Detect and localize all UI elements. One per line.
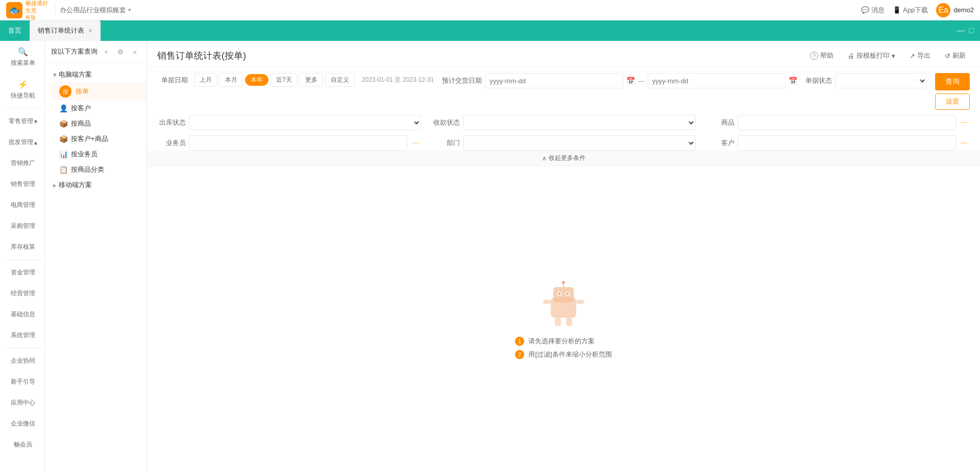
calendar-from-icon[interactable]: 📅 — [626, 77, 635, 85]
staff-more-dots[interactable]: ··· — [410, 138, 421, 148]
payment-status-wrapper: ▾ — [463, 115, 695, 130]
tab-bar-actions: — □ — [957, 26, 980, 35]
customer-label: 客户 — [706, 138, 734, 148]
left-panel-body: ▾ 电脑端方案 按 按单 👤 按客户 — [45, 63, 146, 472]
tab-order-stat[interactable]: 销售订单统计表 × — [30, 20, 101, 41]
collapse-bar[interactable]: ∧ 收起更多条件 — [147, 151, 980, 166]
date-btn-custom[interactable]: 自定义 — [325, 73, 355, 87]
app-download-button[interactable]: 📱 App下载 — [893, 6, 928, 15]
customer-item: 客户 ··· — [706, 135, 970, 151]
svg-rect-8 — [543, 300, 551, 304]
sidebar-item-quick-nav[interactable]: ⚡ 快捷导航 — [0, 74, 44, 106]
sidebar-item-basic[interactable]: 基础信息 — [0, 304, 44, 325]
left-panel-collapse-button[interactable]: « — [129, 46, 140, 57]
doc-status-label: 单据状态 — [805, 76, 832, 85]
tree-item-by-cust-prod[interactable]: 📦 按客户+商品 — [51, 131, 146, 147]
title-dropdown-arrow[interactable]: ▾ — [128, 7, 131, 13]
tree-group-pc-header[interactable]: ▾ 电脑端方案 — [45, 67, 146, 82]
sidebar-item-ecom[interactable]: 电商管理 — [0, 195, 44, 216]
payment-status-select[interactable] — [463, 115, 695, 130]
left-panel-settings-button[interactable]: ⚙ — [115, 46, 126, 57]
tab-close-icon[interactable]: × — [88, 27, 92, 34]
tree-group-pc-arrow: ▾ — [53, 71, 57, 79]
date-btn-this-month[interactable]: 本月 — [219, 73, 243, 87]
calendar-to-icon[interactable]: 📅 — [789, 77, 797, 85]
date-btn-prev-month[interactable]: 上月 — [194, 73, 217, 87]
logo-area: 🐟 畅捷通好生意 标版 — [6, 0, 51, 20]
date-btn-last-7[interactable]: 近7天 — [271, 73, 298, 87]
quick-nav-icon: ⚡ — [18, 80, 28, 89]
user-area[interactable]: Ea demo2 — [936, 3, 974, 17]
tree-item-by-category[interactable]: 📋 按商品分类 — [51, 162, 146, 177]
expected-date-from-input[interactable] — [485, 73, 623, 88]
empty-hint: 1 请先选择要分析的方案 2 用[过滤]条件来缩小分析范围 — [515, 337, 611, 359]
sidebar-item-stock[interactable]: 库存核算 — [0, 237, 44, 257]
tree-item-by-staff[interactable]: 📊 按业务员 — [51, 147, 146, 162]
refresh-button[interactable]: ↺ 刷新 — [941, 49, 970, 62]
left-panel-header: 按以下方案查询 + ⚙ « — [45, 41, 146, 63]
dept-item: 部门 ▾ — [431, 135, 695, 151]
customer-icon: 👤 — [59, 104, 68, 112]
expected-date-to-input[interactable] — [648, 73, 786, 88]
query-button[interactable]: 查询 — [935, 73, 970, 90]
date-btn-more[interactable]: 更多 — [300, 73, 323, 87]
product-item: 商品 ··· — [706, 115, 970, 130]
sidebar-item-finance[interactable]: 资金管理 — [0, 262, 44, 283]
customer-more-dots[interactable]: ··· — [959, 138, 970, 148]
sidebar-item-search[interactable]: 🔍 搜索菜单 — [0, 41, 44, 74]
tree-group-pc: ▾ 电脑端方案 按 按单 👤 按客户 — [45, 67, 146, 177]
help-button[interactable]: ? 帮助 — [806, 49, 838, 62]
svg-rect-11 — [566, 318, 572, 326]
sidebar-item-marketing[interactable]: 营销推广 — [0, 153, 44, 174]
tab-minimize-button[interactable]: — — [957, 26, 965, 35]
doc-status-select[interactable] — [835, 73, 927, 88]
tree-item-by-order[interactable]: 按 按单 — [51, 82, 146, 101]
sidebar-item-member[interactable]: 畅会员 — [0, 434, 44, 455]
dept-select[interactable] — [463, 135, 695, 151]
tree-item-by-customer[interactable]: 👤 按客户 — [51, 101, 146, 116]
staff-label: 业务员 — [157, 138, 186, 148]
filter-row-2: 出库状态 ▾ 收款状态 ▾ 商品 — [157, 115, 970, 130]
staff-input[interactable] — [189, 135, 407, 151]
svg-point-4 — [558, 293, 560, 295]
avatar: Ea — [936, 3, 950, 17]
date-label: 单据日期 — [157, 76, 188, 85]
out-status-item: 出库状态 ▾ — [157, 115, 421, 130]
top-bar-title: 办公用品行业模拟账套 ▾ — [60, 6, 131, 15]
tree-group-mobile-header[interactable]: ▸ 移动端方案 — [45, 177, 146, 193]
sidebar-item-retail[interactable]: 零售管理 ▾ — [0, 111, 44, 132]
sidebar-item-app-center[interactable]: 应用中心 — [0, 392, 44, 413]
tab-maximize-button[interactable]: □ — [969, 26, 974, 35]
date-btn-this-year[interactable]: 本年 — [245, 74, 268, 86]
sidebar-item-purchase[interactable]: 采购管理 — [0, 216, 44, 237]
expected-date-label: 预计交货日期 — [442, 76, 482, 85]
page-title: 销售订单统计表(按单) — [157, 50, 246, 62]
hint-num-2: 2 — [515, 350, 524, 359]
product-more-dots[interactable]: ··· — [959, 118, 970, 127]
out-status-select[interactable] — [189, 115, 421, 130]
setting-button[interactable]: 设置 — [935, 93, 970, 110]
export-button[interactable]: ↗ 导出 — [905, 49, 935, 62]
sidebar-item-sales[interactable]: 销售管理 — [0, 174, 44, 195]
message-button[interactable]: 💬 消息 — [861, 6, 885, 15]
top-bar: 🐟 畅捷通好生意 标版 办公用品行业模拟账套 ▾ 💬 消息 📱 App下载 Ea… — [0, 0, 980, 20]
sidebar-item-wholesale[interactable]: 批发管理 ▴ — [0, 132, 44, 153]
tree-item-by-product[interactable]: 📦 按商品 — [51, 116, 146, 131]
doc-status-select-wrapper: ▾ — [835, 73, 927, 88]
sidebar-item-collab[interactable]: 企业协同 — [0, 350, 44, 371]
sidebar-item-wechat[interactable]: 企业微信 — [0, 413, 44, 434]
product-input[interactable] — [738, 115, 956, 130]
sidebar: 🔍 搜索菜单 ⚡ 快捷导航 零售管理 ▾ 批发管理 ▴ 营销推广 销售管理 电商… — [0, 41, 45, 472]
template-print-button[interactable]: 🖨 按模板打印 ▾ — [844, 49, 899, 62]
tab-home[interactable]: 首页 — [0, 20, 30, 41]
left-panel-add-button[interactable]: + — [101, 46, 112, 57]
customer-input[interactable] — [738, 135, 956, 151]
svg-rect-9 — [576, 300, 584, 304]
empty-illustration — [538, 279, 589, 331]
sidebar-divider-3 — [4, 348, 40, 348]
sidebar-item-newbie[interactable]: 新手引导 — [0, 371, 44, 392]
sidebar-item-system[interactable]: 系统管理 — [0, 325, 44, 346]
hint-item-1: 1 请先选择要分析的方案 — [515, 337, 611, 346]
sidebar-item-ops[interactable]: 经营管理 — [0, 283, 44, 304]
date-options: 上月 本月 本年 近7天 更多 自定义 — [194, 73, 355, 87]
